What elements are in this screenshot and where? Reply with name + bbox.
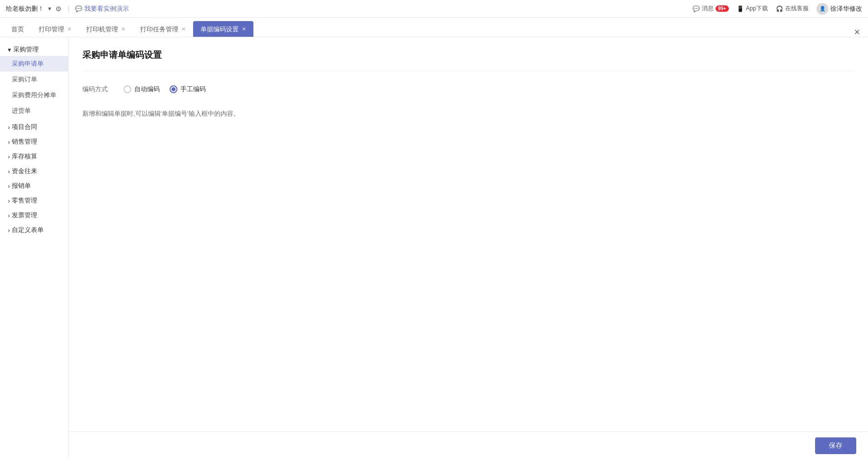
online-service-label: 在线客服 xyxy=(785,4,809,13)
tab-single-code-setting-label: 单据编码设置 xyxy=(200,25,239,34)
sidebar-group-invoice-mgmt-arrow: › xyxy=(8,212,10,219)
sidebar-group-capital-label: 资金往来 xyxy=(12,167,37,176)
sidebar-group-returns[interactable]: › 报销单 xyxy=(0,178,68,192)
sidebar-group-project-contract[interactable]: › 项目合同 xyxy=(0,119,68,133)
content-body: 采购申请单编码设置 编码方式 自动编码 手工编码 xyxy=(69,37,868,432)
sidebar-group-inventory[interactable]: › 库存核算 xyxy=(0,148,68,163)
radio-auto-code-circle xyxy=(124,85,131,93)
encoding-label: 编码方式 xyxy=(82,85,112,94)
tab-home[interactable]: 首页 xyxy=(4,21,31,37)
sidebar-item-purchase-request-label: 采购申请单 xyxy=(12,60,44,67)
sidebar-group-inventory-label: 库存核算 xyxy=(12,152,37,161)
sidebar-item-purchase-expense[interactable]: 采购费用分摊单 xyxy=(0,87,68,103)
sidebar-item-stock-in-label: 进货单 xyxy=(12,107,31,114)
sidebar-group-invoice-mgmt[interactable]: › 发票管理 xyxy=(0,207,68,222)
description-text: 新增和编辑单据时,可以编辑'单据编号'输入框中的内容。 xyxy=(82,109,854,118)
online-service-icon: 🎧 xyxy=(776,5,783,12)
sidebar-group-capital-arrow: › xyxy=(8,168,10,175)
message-badge: 99+ xyxy=(716,5,729,12)
sidebar-group-capital[interactable]: › 资金往来 xyxy=(0,163,68,178)
sidebar-group-project-contract-arrow: › xyxy=(8,124,10,131)
save-button[interactable]: 保存 xyxy=(815,437,856,454)
settings-gear-icon[interactable]: ⚙ xyxy=(55,5,62,13)
sidebar-group-custom-form-arrow: › xyxy=(8,227,10,234)
tab-print-mgmt[interactable]: 打印管理 ✕ xyxy=(31,21,79,37)
tab-printer-mgmt[interactable]: 打印机管理 ✕ xyxy=(79,21,133,37)
message-label: 消息 xyxy=(702,4,714,13)
sidebar-group-custom-form-label: 自定义表单 xyxy=(12,226,44,234)
content-area: 采购申请单编码设置 编码方式 自动编码 手工编码 xyxy=(69,37,868,459)
sidebar-group-sales-mgmt-arrow: › xyxy=(8,138,10,146)
section-divider xyxy=(82,71,854,71)
tab-single-code-setting-close[interactable]: ✕ xyxy=(242,26,246,32)
radio-auto-code[interactable]: 自动编码 xyxy=(124,85,160,94)
top-bar-right: 💬 消息 99+ 📱 App下载 🎧 在线客服 👤 徐泽华修改 xyxy=(693,3,862,15)
user-info[interactable]: 👤 徐泽华修改 xyxy=(817,3,862,15)
message-icon: 💬 xyxy=(693,5,700,12)
radio-auto-code-label: 自动编码 xyxy=(134,85,160,94)
app-title: 给老板勿删！ xyxy=(6,4,44,13)
message-button[interactable]: 💬 消息 99+ xyxy=(693,4,729,13)
encoding-row: 编码方式 自动编码 手工编码 xyxy=(82,79,854,100)
page-title: 采购申请单编码设置 xyxy=(82,49,854,61)
sidebar-group-retail-mgmt[interactable]: › 零售管理 xyxy=(0,192,68,207)
tab-home-label: 首页 xyxy=(11,25,24,34)
sidebar-group-purchase-mgmt-label: 采购管理 xyxy=(13,45,39,54)
sidebar-item-purchase-order[interactable]: 采购订单 xyxy=(0,72,68,87)
sidebar-group-returns-label: 报销单 xyxy=(12,181,31,190)
sidebar-item-purchase-order-label: 采购订单 xyxy=(12,76,37,83)
tab-printer-mgmt-close[interactable]: ✕ xyxy=(121,26,125,32)
tab-single-code-setting[interactable]: 单据编码设置 ✕ xyxy=(193,21,253,37)
sidebar-group-retail-mgmt-label: 零售管理 xyxy=(12,196,37,205)
tab-bar-close-all[interactable]: ✕ xyxy=(850,27,864,37)
sidebar-group-invoice-mgmt-label: 发票管理 xyxy=(12,211,37,220)
sidebar-item-purchase-request[interactable]: 采购申请单 xyxy=(0,56,68,72)
demo-link[interactable]: 我要看实例演示 xyxy=(75,4,129,13)
tab-print-mgmt-label: 打印管理 xyxy=(39,25,64,34)
radio-manual-code-circle xyxy=(170,85,177,93)
top-bar-left: 给老板勿删！ ▾ ⚙ | 我要看实例演示 xyxy=(6,4,129,13)
sidebar-group-retail-mgmt-arrow: › xyxy=(8,197,10,204)
tab-print-task-mgmt-close[interactable]: ✕ xyxy=(181,26,186,32)
sidebar-item-purchase-expense-label: 采购费用分摊单 xyxy=(12,91,56,99)
sidebar: ▾ 采购管理 采购申请单 采购订单 采购费用分摊单 进货单 › 项目合同 › 销… xyxy=(0,37,69,459)
tab-bar: 首页 打印管理 ✕ 打印机管理 ✕ 打印任务管理 ✕ 单据编码设置 ✕ ✕ xyxy=(0,18,868,37)
tab-print-task-mgmt-label: 打印任务管理 xyxy=(140,25,178,34)
tab-printer-mgmt-label: 打印机管理 xyxy=(86,25,118,34)
sidebar-group-inventory-arrow: › xyxy=(8,153,10,160)
app-download-label: App下载 xyxy=(746,4,768,13)
title-dropdown-icon[interactable]: ▾ xyxy=(48,5,51,12)
main-layout: ▾ 采购管理 采购申请单 采购订单 采购费用分摊单 进货单 › 项目合同 › 销… xyxy=(0,37,868,459)
sidebar-group-purchase-mgmt[interactable]: ▾ 采购管理 xyxy=(0,41,68,56)
sidebar-group-sales-mgmt[interactable]: › 销售管理 xyxy=(0,133,68,148)
sidebar-group-custom-form[interactable]: › 自定义表单 xyxy=(0,222,68,236)
radio-group: 自动编码 手工编码 xyxy=(124,85,206,94)
online-service-button[interactable]: 🎧 在线客服 xyxy=(776,4,809,13)
app-download-button[interactable]: 📱 App下载 xyxy=(737,4,768,13)
sidebar-group-purchase-mgmt-arrow: ▾ xyxy=(8,46,11,53)
avatar: 👤 xyxy=(817,3,828,15)
top-bar: 给老板勿删！ ▾ ⚙ | 我要看实例演示 💬 消息 99+ 📱 App下载 🎧 … xyxy=(0,0,868,18)
footer-bar: 保存 xyxy=(69,432,868,459)
sidebar-group-project-contract-label: 项目合同 xyxy=(12,123,37,131)
sidebar-item-stock-in[interactable]: 进货单 xyxy=(0,103,68,119)
tab-print-task-mgmt[interactable]: 打印任务管理 ✕ xyxy=(133,21,193,37)
radio-manual-code[interactable]: 手工编码 xyxy=(170,85,206,94)
user-name: 徐泽华修改 xyxy=(830,4,862,13)
tab-print-mgmt-close[interactable]: ✕ xyxy=(67,26,72,32)
sidebar-group-returns-arrow: › xyxy=(8,182,10,190)
app-download-icon: 📱 xyxy=(737,5,744,12)
sidebar-group-sales-mgmt-label: 销售管理 xyxy=(12,137,37,146)
radio-manual-code-label: 手工编码 xyxy=(180,85,206,94)
